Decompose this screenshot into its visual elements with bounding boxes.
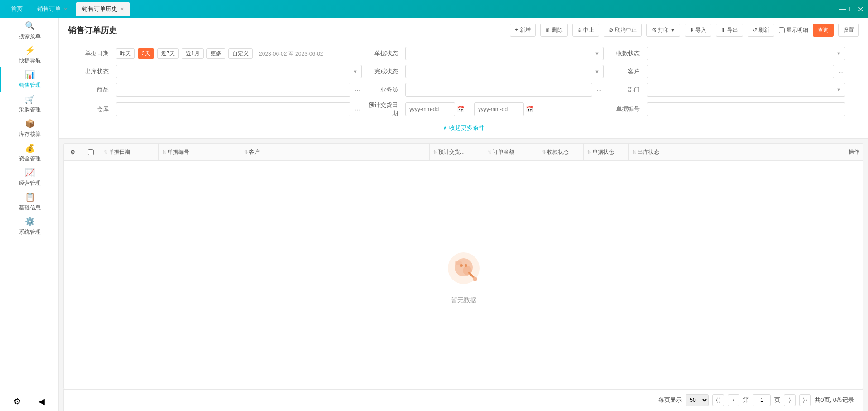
sidebar-settings-icon[interactable]: ⚙ xyxy=(14,396,21,406)
th-checkbox[interactable] xyxy=(82,144,100,160)
sidebar-item-quick-nav-label: 快捷导航 xyxy=(19,57,41,65)
sort-status-icon: ⇅ xyxy=(587,150,591,155)
print-button[interactable]: 🖨 打印 ▼ xyxy=(646,24,680,37)
salesperson-input[interactable] xyxy=(405,83,592,97)
product-label: 商品 xyxy=(77,86,113,94)
export-button[interactable]: ⬆ 导出 xyxy=(716,24,743,37)
add-button[interactable]: + 新增 xyxy=(510,24,535,37)
display-toggle-label: 显示明细 xyxy=(786,26,808,34)
svg-point-6 xyxy=(455,261,462,265)
display-toggle[interactable]: 显示明细 xyxy=(779,26,808,34)
sidebar-item-operations[interactable]: 📈 经营管理 xyxy=(0,165,58,189)
page-size-select[interactable]: 20 50 100 xyxy=(686,394,709,406)
tab-home[interactable]: 首页 xyxy=(5,2,29,16)
tab-sales-order-history[interactable]: 销售订单历史 ✕ xyxy=(76,2,130,16)
th-date[interactable]: ⇅ 单据日期 xyxy=(100,144,159,160)
sort-order-icon: ⇅ xyxy=(163,150,166,155)
th-payment[interactable]: ⇅ 收款状态 xyxy=(538,144,584,160)
th-customer[interactable]: ⇅ 客户 xyxy=(240,144,430,160)
sidebar-item-system[interactable]: ⚙️ 系统管理 xyxy=(0,214,58,238)
settings-button[interactable]: 设置 xyxy=(838,24,859,37)
last-page-btn[interactable]: ⟩⟩ xyxy=(799,394,811,406)
tab-sales-order-close[interactable]: ✕ xyxy=(63,6,67,12)
collapse-button[interactable]: ∧ 收起更多条件 xyxy=(443,124,484,132)
out-status-label: 出库状态 xyxy=(77,68,113,76)
date-1month-btn[interactable]: 近1月 xyxy=(182,48,204,59)
sidebar-item-sales[interactable]: 📊 销售管理 xyxy=(0,67,58,92)
department-select[interactable]: ▼ xyxy=(647,83,845,97)
calendar-end-icon[interactable]: 📅 xyxy=(526,106,533,113)
sidebar-item-operations-label: 经营管理 xyxy=(19,179,41,187)
sidebar-item-system-label: 系统管理 xyxy=(19,228,41,236)
first-page-btn[interactable]: ⟨⟨ xyxy=(712,394,724,406)
department-chevron: ▼ xyxy=(836,87,841,92)
prev-page-btn[interactable]: ⟨ xyxy=(728,394,739,406)
window-max-btn[interactable]: □ xyxy=(849,5,854,13)
page-title: 销售订单历史 xyxy=(68,25,117,36)
sidebar-item-search-menu-label: 搜索菜单 xyxy=(19,33,41,40)
basic-info-icon: 📋 xyxy=(25,192,35,202)
out-status-select[interactable]: ▼ xyxy=(116,65,362,78)
order-number-input[interactable] xyxy=(647,102,845,116)
customer-dots[interactable]: ··· xyxy=(837,68,845,75)
date-7days-btn[interactable]: 近7天 xyxy=(157,48,179,59)
customer-input[interactable] xyxy=(647,65,834,78)
th-out-status[interactable]: ⇅ 出库状态 xyxy=(629,144,674,160)
th-order-no[interactable]: ⇅ 单据编号 xyxy=(159,144,240,160)
sidebar-item-quick-nav[interactable]: ⚡ 快捷导航 xyxy=(0,43,58,67)
payment-status-select[interactable]: ▼ xyxy=(647,47,845,60)
pagination: 每页显示 20 50 100 ⟨⟨ ⟨ 第 1 页 ⟩ ⟩⟩ 共0页, 0条记录 xyxy=(63,389,863,411)
order-status-select[interactable]: ▼ xyxy=(405,47,604,60)
sidebar-bottom: ⚙ ◀ xyxy=(0,392,58,411)
complete-status-select[interactable]: ▼ xyxy=(405,65,604,78)
warehouse-dots[interactable]: ··· xyxy=(353,106,362,113)
expected-date-end[interactable] xyxy=(474,102,524,116)
th-amount[interactable]: ⇅ 订单金额 xyxy=(484,144,538,160)
page-number-input[interactable]: 1 xyxy=(753,394,771,406)
sidebar-item-search-menu[interactable]: 🔍 搜索菜单 xyxy=(0,18,58,43)
sidebar-item-basic-info[interactable]: 📋 基础信息 xyxy=(0,189,58,214)
th-delivery[interactable]: ⇅ 预计交货... xyxy=(430,144,484,160)
sidebar-item-purchase[interactable]: 🛒 采购管理 xyxy=(0,92,58,116)
expected-date-start[interactable] xyxy=(405,102,455,116)
filter-collapse-row: ∧ 收起更多条件 xyxy=(77,122,850,134)
sidebar-item-inventory[interactable]: 📦 库存核算 xyxy=(0,116,58,140)
cancel-stop-button[interactable]: ⊘ 取消中止 xyxy=(604,24,641,37)
svg-point-5 xyxy=(465,264,467,267)
next-page-btn[interactable]: ⟩ xyxy=(784,394,796,406)
window-min-btn[interactable]: — xyxy=(839,5,846,13)
settings-gear-icon[interactable]: ⚙ xyxy=(70,149,75,155)
select-all-checkbox[interactable] xyxy=(88,149,94,155)
tab-sales-order[interactable]: 销售订单 ✕ xyxy=(31,2,74,16)
date-yesterday-btn[interactable]: 昨天 xyxy=(116,48,135,59)
date-custom-btn[interactable]: 自定义 xyxy=(228,48,253,59)
product-input[interactable] xyxy=(116,83,350,97)
query-button[interactable]: 查询 xyxy=(813,24,834,37)
refresh-button[interactable]: ↺ 刷新 xyxy=(748,24,774,37)
sidebar-collapse-icon[interactable]: ◀ xyxy=(38,396,45,406)
date-more-btn[interactable]: 更多 xyxy=(206,48,225,59)
th-settings[interactable]: ⚙ xyxy=(64,144,82,160)
svg-point-3 xyxy=(473,277,477,281)
warehouse-label: 仓库 xyxy=(77,105,113,113)
sidebar-item-finance[interactable]: 💰 资金管理 xyxy=(0,140,58,165)
th-status[interactable]: ⇅ 单据状态 xyxy=(584,144,629,160)
sort-payment-icon: ⇅ xyxy=(542,150,546,155)
delete-button[interactable]: 🗑 删除 xyxy=(540,24,568,37)
salesperson-dots[interactable]: ··· xyxy=(595,87,604,93)
filter-row-1: 单据日期 昨天 3天 近7天 近1月 更多 自定义 2023-06-02 至 2… xyxy=(77,47,850,60)
table-header: ⚙ ⇅ 单据日期 ⇅ 单据编号 ⇅ 客户 ⇅ xyxy=(64,144,863,161)
stop-button[interactable]: ⊘ 中止 xyxy=(572,24,599,37)
order-number-label: 单据编号 xyxy=(608,105,644,113)
tab-sales-order-history-close[interactable]: ✕ xyxy=(120,6,124,12)
warehouse-input[interactable] xyxy=(116,102,350,116)
window-close-btn[interactable]: ✕ xyxy=(858,5,863,14)
sort-delivery-icon: ⇅ xyxy=(433,150,437,155)
product-dots[interactable]: ··· xyxy=(353,87,362,93)
th-out-status-label: 出库状态 xyxy=(638,148,659,156)
calendar-start-icon[interactable]: 📅 xyxy=(457,106,465,113)
payment-status-label: 收款状态 xyxy=(608,49,644,58)
date-3days-btn[interactable]: 3天 xyxy=(138,48,154,59)
display-toggle-checkbox[interactable] xyxy=(779,27,785,33)
import-button[interactable]: ⬇ 导入 xyxy=(685,24,711,37)
